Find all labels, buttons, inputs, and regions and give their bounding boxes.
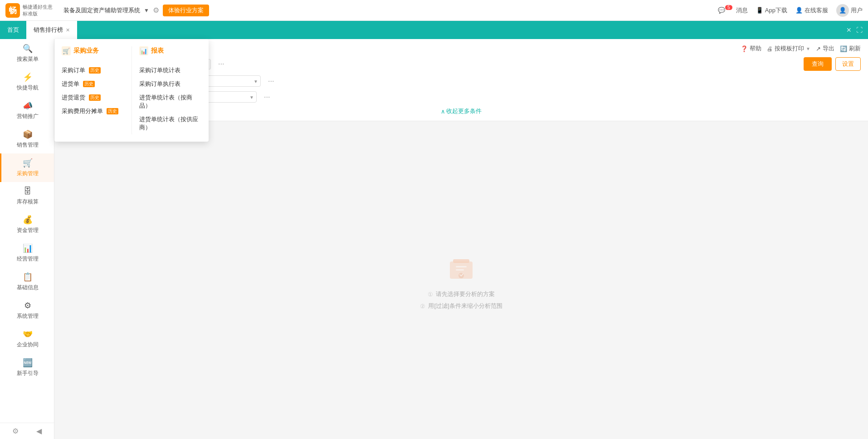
purchase-order-exec-label: 采购订单执行表: [139, 80, 180, 88]
user-button[interactable]: 👤 用户: [836, 4, 863, 17]
purchase-order-exec-item[interactable]: 采购订单执行表: [139, 77, 202, 91]
purchase-order-hist-badge: 历史: [89, 67, 101, 74]
avatar: 👤: [836, 4, 849, 17]
incoming-return-hist-badge: 历史: [89, 94, 101, 101]
incoming-stats-goods-label: 进货单统计表（按商品）: [139, 94, 202, 110]
purchase-business-header: 🛒 采购业务: [62, 46, 124, 58]
topbar-right: 💬 5 消息 📱 App下载 👤 在线客服 👤 用户: [718, 4, 863, 17]
industry-button[interactable]: 体验行业方案: [163, 5, 209, 16]
tab-sales-ranking[interactable]: 销售排行榜 ✕: [26, 21, 77, 39]
message-label: 消息: [736, 6, 748, 15]
sales-ranking-tab-label: 销售排行榜: [34, 26, 63, 34]
incoming-stats-supplier-item[interactable]: 进货单统计表（按供应商）: [139, 113, 202, 134]
system-name: 装备及固定资产辅助管理系统: [63, 6, 140, 15]
tab-home[interactable]: 首页: [0, 21, 26, 39]
incoming-return-item[interactable]: 进货退货 历史: [62, 91, 124, 104]
system-settings-button[interactable]: ⚙: [153, 6, 159, 15]
system-dropdown-button[interactable]: ▼: [144, 7, 149, 14]
message-badge: 5: [725, 5, 732, 10]
incoming-order-item[interactable]: 进货单 历史: [62, 77, 124, 91]
purchase-business-title: 采购业务: [73, 47, 99, 55]
purchase-dropdown-menu: 🛒 采购业务 采购订单 历史 进货单 历史 进货退货 历史 采购费用分摊单 历史…: [54, 39, 209, 142]
logo-area: 畅 畅捷通好生意 标准版: [5, 3, 60, 18]
purchase-order-stats-label: 采购订单统计表: [139, 66, 180, 74]
topbar: 畅 畅捷通好生意 标准版 装备及固定资产辅助管理系统 ▼ ⚙ 体验行业方案 💬 …: [0, 0, 868, 21]
tab-close-window-button[interactable]: ✕: [844, 25, 853, 35]
report-icon: 📊: [139, 46, 148, 55]
service-icon: 👤: [795, 7, 803, 14]
user-label: 用户: [851, 6, 863, 15]
purchase-order-stats-item[interactable]: 采购订单统计表: [139, 64, 202, 77]
phone-icon: 📱: [756, 7, 763, 14]
purchase-business-icon: 🛒: [62, 46, 71, 55]
incoming-stats-supplier-label: 进货单统计表（按供应商）: [139, 115, 202, 132]
message-icon: 💬: [718, 7, 725, 14]
tab-maximize-button[interactable]: ⛶: [854, 25, 864, 35]
online-service-label: 在线客服: [805, 6, 828, 15]
incoming-return-label: 进货退货: [62, 94, 85, 102]
message-button[interactable]: 💬 5 消息: [718, 6, 748, 15]
tabbar: 首页 销售排行榜 ✕ ✕ ⛶: [0, 21, 868, 39]
app-download-button[interactable]: 📱 App下载: [756, 6, 787, 15]
report-title: 报表: [151, 47, 164, 55]
logo-icon: 畅: [5, 3, 20, 18]
report-col: 📊 报表 采购订单统计表 采购订单执行表 进货单统计表（按商品） 进货单统计表（…: [132, 46, 209, 134]
tab-close-button[interactable]: ✕: [66, 27, 70, 33]
tabbar-right-controls: ✕ ⛶: [844, 25, 868, 35]
incoming-order-label: 进货单: [62, 80, 79, 88]
purchase-expense-item[interactable]: 采购费用分摊单 历史: [62, 104, 124, 118]
purchase-expense-hist-badge: 历史: [107, 108, 118, 114]
online-service-button[interactable]: 👤 在线客服: [795, 6, 828, 15]
incoming-stats-goods-item[interactable]: 进货单统计表（按商品）: [139, 91, 202, 113]
purchase-expense-label: 采购费用分摊单: [62, 107, 103, 115]
purchase-order-label: 采购订单: [62, 66, 85, 74]
home-tab-label: 首页: [7, 26, 19, 34]
logo-text: 畅捷通好生意 标准版: [23, 4, 53, 17]
incoming-order-hist-badge: 历史: [83, 81, 95, 87]
purchase-order-item[interactable]: 采购订单 历史: [62, 64, 124, 77]
purchase-business-col: 🛒 采购业务 采购订单 历史 进货单 历史 进货退货 历史 采购费用分摊单 历史: [54, 46, 132, 134]
report-header: 📊 报表: [139, 46, 202, 58]
app-download-label: App下载: [765, 6, 787, 15]
topbar-center: 装备及固定资产辅助管理系统 ▼ ⚙ 体验行业方案: [63, 5, 718, 16]
